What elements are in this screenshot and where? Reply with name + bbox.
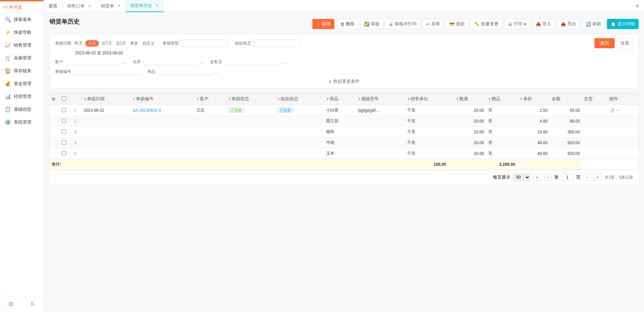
th-gear[interactable]: ⚙ bbox=[50, 93, 60, 105]
tab-sales-order-close[interactable]: ✕ bbox=[88, 4, 91, 8]
more-action[interactable]: ⋯ bbox=[616, 108, 620, 113]
print-button[interactable]: 🖨 打印 ▾ bbox=[504, 19, 530, 29]
customer-input[interactable] bbox=[65, 59, 120, 65]
edit-action[interactable]: 📝 bbox=[609, 108, 614, 113]
abandon-button[interactable]: ↩ 弃审 bbox=[422, 19, 444, 29]
collect-status-label: 收款状态 bbox=[235, 41, 251, 46]
th-collect-status[interactable]: ⬆收款状态 bbox=[275, 93, 324, 105]
row-checkbox[interactable] bbox=[60, 127, 69, 137]
row-select-checkbox[interactable] bbox=[62, 108, 66, 112]
first-page-button[interactable]: « bbox=[533, 174, 541, 181]
add-button[interactable]: ＋ 新增 bbox=[312, 19, 334, 29]
abandon-icon: ↩ bbox=[426, 22, 430, 27]
sidebar-collapse-icon[interactable]: ⏸ bbox=[29, 301, 35, 308]
select-all-checkbox[interactable] bbox=[62, 96, 66, 101]
row-amount: 920.00 bbox=[550, 137, 582, 148]
warehouse-dots[interactable]: ... bbox=[199, 59, 203, 65]
row-doc-no[interactable] bbox=[131, 116, 194, 127]
th-goods[interactable]: ⬆商品 bbox=[324, 93, 356, 105]
sidebar-item-sales-mgmt[interactable]: 📈 销售管理 bbox=[0, 39, 44, 52]
export-button[interactable]: 📤 导出 bbox=[557, 19, 580, 29]
tab-home[interactable]: 首页 bbox=[44, 0, 62, 12]
next-page-button[interactable]: › bbox=[583, 174, 591, 181]
th-checkbox[interactable] bbox=[60, 93, 69, 105]
th-doc-no[interactable]: ⬆单据编号 bbox=[131, 93, 194, 105]
last-page-button[interactable]: » bbox=[593, 174, 602, 181]
tab-sales-order[interactable]: 销售订单 ✕ bbox=[62, 0, 96, 12]
row-select-checkbox[interactable] bbox=[62, 151, 66, 155]
row-customer bbox=[194, 148, 226, 159]
date-btn-7days[interactable]: 近7天 bbox=[100, 40, 113, 47]
customer-dots[interactable]: ... bbox=[122, 59, 126, 65]
row-doc-no[interactable]: SA-20230602-0 bbox=[131, 105, 194, 116]
refresh-label: 刷新 bbox=[592, 21, 601, 27]
display-detail-button[interactable]: 📋 显示明细 bbox=[607, 19, 639, 29]
import-button[interactable]: 📥 导入 bbox=[532, 19, 555, 29]
row-checkbox[interactable] bbox=[60, 105, 69, 116]
goods-input[interactable] bbox=[158, 69, 212, 75]
review-print-button[interactable]: 🖨 审核并打印 bbox=[385, 19, 420, 29]
row-doc-no[interactable] bbox=[131, 148, 194, 159]
th-customer[interactable]: ⬆客户 bbox=[194, 93, 226, 105]
prev-page-button[interactable]: ‹ bbox=[544, 174, 552, 181]
sidebar-item-ops-mgmt[interactable]: 📊 经营管理 bbox=[0, 90, 44, 103]
row-doc-no[interactable] bbox=[131, 127, 194, 137]
query-button[interactable]: 查询 bbox=[594, 38, 615, 48]
th-qty[interactable]: ⬆数量 bbox=[454, 93, 486, 105]
sidebar-item-inventory[interactable]: 🏠 库存核算 bbox=[0, 64, 44, 77]
tab-sales-delivery-history[interactable]: 销货单历史 ✕ bbox=[125, 0, 164, 12]
row-select-checkbox[interactable] bbox=[62, 140, 66, 145]
sidebar-item-purchase-mgmt[interactable]: 🛒 采购管理 bbox=[0, 52, 44, 64]
sidebar-item-label: 快捷导航 bbox=[14, 29, 31, 35]
row-select-checkbox[interactable] bbox=[62, 119, 66, 123]
collect-icon: 💳 bbox=[449, 22, 455, 27]
filter-doctype-item: 单据类型 bbox=[163, 40, 228, 47]
sidebar-item-sys-mgmt[interactable]: ⚙️ 系统管理 bbox=[0, 116, 44, 129]
tab-sales-delivery[interactable]: 销货单 ✕ bbox=[96, 0, 125, 12]
collect-button[interactable]: 💳 收款 bbox=[446, 19, 469, 29]
tab-sales-delivery-history-close[interactable]: ✕ bbox=[156, 3, 159, 8]
sidebar-item-label: 经营管理 bbox=[14, 94, 31, 100]
settings-button[interactable]: 设置 bbox=[617, 38, 633, 48]
sidebar-item-quick-nav[interactable]: ⚡ 快捷导航 bbox=[0, 26, 44, 39]
th-price[interactable]: ⬆单价 bbox=[518, 93, 550, 105]
doctype-select[interactable] bbox=[181, 40, 228, 47]
sidebar-settings-icon[interactable]: ⚙ bbox=[8, 301, 13, 308]
date-btn-custom[interactable]: 自定义 bbox=[141, 40, 156, 47]
page-number-input[interactable] bbox=[561, 174, 573, 181]
row-select-checkbox[interactable] bbox=[62, 129, 66, 134]
date-btn-today[interactable]: 今天 bbox=[85, 40, 99, 47]
th-doc-date[interactable]: ⬆单据日期 bbox=[82, 93, 131, 105]
batch-change-button[interactable]: ✏️ 批量变更 bbox=[471, 19, 502, 29]
th-unit[interactable]: ⬆销售单位 bbox=[405, 93, 454, 105]
th-spec[interactable]: ⬆规格型号 bbox=[356, 93, 405, 105]
refresh-button[interactable]: 🔄 刷新 bbox=[582, 19, 605, 29]
date-btn-1month[interactable]: 近1月 bbox=[115, 40, 128, 47]
per-page-select[interactable]: 50 100 bbox=[513, 174, 530, 181]
delete-button[interactable]: 🗑 删除 bbox=[336, 19, 358, 29]
sidebar-item-finance-mgmt[interactable]: 💰 资金管理 bbox=[0, 77, 44, 90]
th-doc-status[interactable]: ⬆单据状态 bbox=[226, 93, 275, 105]
warehouse-input[interactable] bbox=[143, 59, 197, 65]
row-checkbox[interactable] bbox=[60, 148, 69, 159]
tab-sales-delivery-close[interactable]: ✕ bbox=[117, 4, 120, 8]
salesperson-dots[interactable]: ... bbox=[281, 59, 285, 65]
collect-status-select[interactable] bbox=[253, 40, 300, 47]
review-button[interactable]: ✅ 审核 bbox=[360, 19, 383, 29]
date-btn-more[interactable]: 更多 bbox=[129, 40, 140, 47]
row-doc-no[interactable] bbox=[131, 137, 194, 148]
goods-dots[interactable]: ... bbox=[214, 69, 218, 75]
row-checkbox[interactable] bbox=[60, 116, 69, 127]
date-btn-yesterday[interactable]: 昨天 bbox=[73, 40, 84, 47]
th-gift[interactable]: ⬆赠品 bbox=[486, 93, 518, 105]
docno-input[interactable] bbox=[73, 69, 141, 75]
row-number: 5 bbox=[69, 148, 82, 159]
row-spec: tyjytjytyjdf... bbox=[356, 105, 405, 116]
salesperson-input[interactable] bbox=[224, 59, 279, 65]
sidebar-item-base-info[interactable]: 📋 基础信息 bbox=[0, 103, 44, 116]
table-row: 2 西兰花 千克 20.00 否 4.80 96.00 bbox=[50, 116, 638, 127]
sidebar-item-search-menu[interactable]: 🔍 搜索菜单 bbox=[0, 13, 44, 26]
row-checkbox[interactable] bbox=[60, 137, 69, 148]
collapse-filter-button[interactable]: ∧ 收起更多条件 bbox=[55, 78, 633, 84]
close-all-tabs-button[interactable]: ✕ bbox=[631, 2, 644, 10]
